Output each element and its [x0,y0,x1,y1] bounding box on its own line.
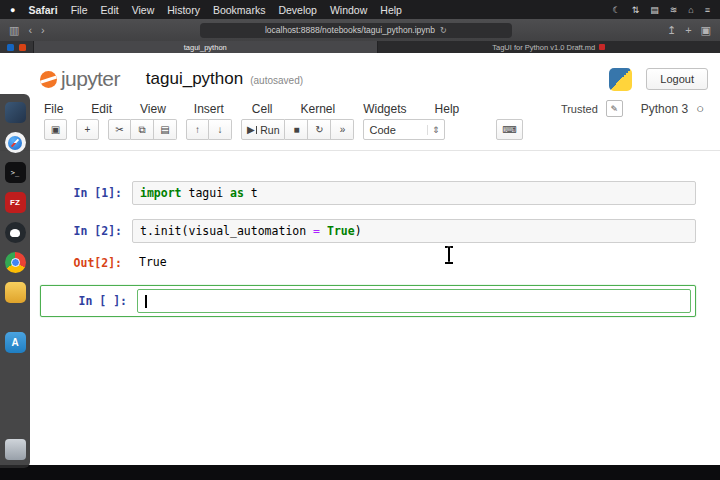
reload-icon[interactable]: ↻ [440,26,447,35]
text-caret [145,295,147,308]
interrupt-kernel-button[interactable]: ■ [285,119,308,140]
menu-app-name[interactable]: Safari [28,4,57,16]
stop-icon: ■ [293,124,299,135]
nbmenu-cell[interactable]: Cell [252,102,273,116]
restart-icon: ↻ [315,124,323,135]
menu-file[interactable]: File [71,4,88,16]
add-cell-button[interactable]: + [76,119,99,140]
cut-cell-button[interactable]: ✂ [108,119,131,140]
nbmenu-kernel[interactable]: Kernel [301,102,336,116]
code-token: as [230,186,244,200]
nbmenu-view[interactable]: View [140,102,166,116]
menu-window[interactable]: Window [330,4,367,16]
filezilla-glyph: FZ [10,198,20,207]
sidebar-toggle-icon[interactable]: ▥ [9,25,19,36]
edit-title-button[interactable]: ✎ [606,100,623,117]
menu-edit[interactable]: Edit [101,4,119,16]
macos-dock: >_ FZ A [0,94,30,468]
notebook-cells: In [1]: import tagui as t In [2]: t.init… [40,181,696,317]
tab-tagui-draft[interactable]: TagUI for Python v1.0 Draft.md [377,41,720,53]
chrome-app-icon[interactable] [5,252,26,273]
copy-icon: ⧉ [138,124,145,136]
pinned-tabs [0,41,33,53]
code-cell-3[interactable]: In [ ]: [45,289,691,313]
trash-icon[interactable] [5,439,26,460]
input-prompt: In [2]: [40,219,132,238]
output-value: True [132,251,174,273]
save-button[interactable]: ▣ [44,119,67,140]
code-input-2[interactable]: t.init(visual_automation = True) [132,219,696,243]
run-cell-button[interactable]: ▶ Run [241,119,285,140]
menu-help[interactable]: Help [380,4,402,16]
nbmenu-file[interactable]: File [44,102,63,116]
new-tab-icon[interactable]: + [685,25,691,36]
code-input-1[interactable]: import tagui as t [132,181,696,205]
scissors-icon: ✂ [115,124,123,135]
notebook-toolbar: ▣ + ✂ ⧉ ▤ ↑ [44,119,523,140]
wifi-icon[interactable]: ≋ [670,5,678,15]
code-token: True [327,224,355,238]
code-cell-2[interactable]: In [2]: t.init(visual_automation = True) [40,219,696,243]
move-cell-down-button[interactable]: ↓ [209,119,232,140]
battery-icon[interactable]: ▤ [650,5,659,15]
cell-type-select[interactable]: Code ⇕ [363,119,445,140]
nbmenu-widgets[interactable]: Widgets [363,102,406,116]
menu-history[interactable]: History [167,4,200,16]
code-token: = [313,224,327,238]
tab-label: tagui_python [184,43,227,52]
github-app-icon[interactable] [5,222,26,243]
trusted-label: Trusted [561,103,598,115]
spotlight-icon[interactable]: ⌂ [688,5,693,15]
appstore-glyph: A [11,337,18,348]
notification-center-icon[interactable]: ≡ [705,5,710,15]
forward-icon[interactable]: › [41,25,45,36]
run-label: Run [260,124,279,136]
dropdown-arrows-icon: ⇕ [427,125,440,135]
moon-icon[interactable]: ☾ [613,5,621,15]
copy-cell-button[interactable]: ⧉ [131,119,154,140]
paste-cell-button[interactable]: ▤ [154,119,177,140]
appstore-app-icon[interactable]: A [5,332,26,353]
safari-app-icon[interactable] [5,132,26,153]
menu-view[interactable]: View [132,4,155,16]
tab-tagui-python[interactable]: tagui_python [33,41,377,53]
pinned-tab-icon-red[interactable] [19,44,26,51]
address-bar[interactable]: localhost:8888/notebooks/tagui_python.ip… [200,23,512,38]
tab-overview-icon[interactable]: ▣ [701,25,711,36]
code-token: t.init(visual_automation [140,224,313,238]
move-cell-up-button[interactable]: ↑ [186,119,209,140]
editor-app-icon[interactable] [5,282,26,303]
compass-icon [8,136,22,150]
share-icon[interactable]: ↥ [667,25,676,36]
command-palette-button[interactable]: ⌨ [496,119,522,140]
jupyter-logo-icon [40,71,57,88]
cell-type-value: Code [369,124,395,136]
autosave-status: (autosaved) [250,75,303,86]
url-text: localhost:8888/notebooks/tagui_python.ip… [265,25,435,35]
notebook-title[interactable]: tagui_python [146,69,243,89]
desktop-background-strip [0,465,720,480]
restart-run-all-button[interactable]: » [331,119,354,140]
code-cell-1[interactable]: In [1]: import tagui as t [40,181,696,205]
jupyter-logo[interactable]: jupyter [40,67,120,91]
filezilla-app-icon[interactable]: FZ [5,192,26,213]
finder-app-icon[interactable] [5,102,26,123]
terminal-app-icon[interactable]: >_ [5,162,26,183]
menu-develop[interactable]: Develop [278,4,317,16]
restart-kernel-button[interactable]: ↻ [308,119,331,140]
sync-icon[interactable]: ⇅ [632,5,640,15]
back-icon[interactable]: ‹ [28,25,32,36]
code-token: t [244,186,258,200]
pinned-tab-icon-blue[interactable] [7,44,14,51]
tab-favicon [599,44,605,50]
code-token: import [140,186,182,200]
nbmenu-help[interactable]: Help [435,102,460,116]
code-input-3[interactable] [137,289,691,313]
apple-menu-icon[interactable]: ● [10,5,15,15]
nbmenu-insert[interactable]: Insert [194,102,224,116]
menu-bookmarks[interactable]: Bookmarks [213,4,266,16]
kernel-name[interactable]: Python 3 [641,102,688,116]
logout-button[interactable]: Logout [646,68,708,90]
selected-empty-cell[interactable]: In [ ]: [40,285,696,317]
nbmenu-edit[interactable]: Edit [91,102,112,116]
